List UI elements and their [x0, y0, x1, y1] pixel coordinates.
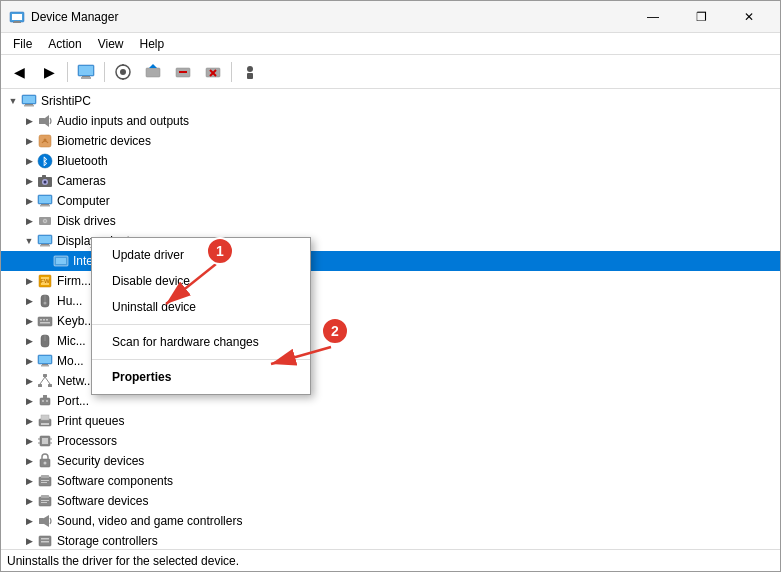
monitors-label: Mo... — [57, 354, 84, 368]
tree-item-computer[interactable]: ▶ Computer — [1, 191, 780, 211]
svg-rect-57 — [46, 319, 48, 321]
security-label: Security devices — [57, 454, 144, 468]
tree-item-disk[interactable]: ▶ Disk drives — [1, 211, 780, 231]
menu-view[interactable]: View — [90, 35, 132, 53]
keyboard-icon — [37, 313, 53, 329]
chevron-cameras: ▶ — [21, 173, 37, 189]
biometric-icon — [37, 133, 53, 149]
svg-rect-6 — [82, 76, 90, 77]
network-label: Netw... — [57, 374, 94, 388]
tree-item-software-devices[interactable]: ▶ Software devices — [1, 491, 780, 511]
gpu-icon — [53, 253, 69, 269]
tree-item-root[interactable]: ▼ SrishtiPC — [1, 91, 780, 111]
svg-rect-96 — [41, 538, 49, 540]
svg-rect-7 — [81, 77, 91, 79]
svg-rect-23 — [25, 104, 33, 105]
chevron-software-devices: ▶ — [21, 493, 37, 509]
menu-help[interactable]: Help — [132, 35, 173, 53]
svg-rect-2 — [14, 21, 20, 22]
ctx-disable-device[interactable]: Disable device — [92, 268, 310, 294]
menu-file[interactable]: File — [5, 35, 40, 53]
disable-device-button[interactable] — [169, 59, 197, 85]
svg-rect-65 — [43, 374, 47, 377]
tree-item-cameras[interactable]: ▶ Cameras — [1, 171, 780, 191]
tree-item-print[interactable]: ▶ Print queues — [1, 411, 780, 431]
chevron-intel — [37, 253, 53, 269]
maximize-button[interactable]: ❐ — [678, 1, 724, 33]
svg-rect-12 — [146, 68, 160, 77]
tree-item-sound[interactable]: ▶ Sound, video and game controllers — [1, 511, 780, 531]
chevron-keyboard: ▶ — [21, 313, 37, 329]
bluetooth-icon: ᛒ — [37, 153, 53, 169]
device-manager-window: Device Manager — ❐ ✕ File Action View He… — [0, 0, 781, 572]
tree-item-bluetooth[interactable]: ▶ ᛒ Bluetooth — [1, 151, 780, 171]
svg-rect-3 — [13, 22, 21, 23]
toolbar-separator-3 — [231, 62, 232, 82]
show-all-devices-button[interactable] — [72, 59, 100, 85]
svg-rect-89 — [39, 497, 51, 506]
back-button[interactable]: ◀ — [5, 59, 33, 85]
tree-item-software-components[interactable]: ▶ Software components — [1, 471, 780, 491]
print-label: Print queues — [57, 414, 124, 428]
window-title: Device Manager — [31, 10, 630, 24]
tree-item-processors[interactable]: ▶ Processors — [1, 431, 780, 451]
biometric-label: Biometric devices — [57, 134, 151, 148]
chevron-computer: ▶ — [21, 193, 37, 209]
context-menu: Update driver Disable device Uninstall d… — [91, 237, 311, 395]
menu-action[interactable]: Action — [40, 35, 89, 53]
cameras-label: Cameras — [57, 174, 106, 188]
tree-item-storage[interactable]: ▶ Storage controllers — [1, 531, 780, 549]
svg-point-84 — [44, 462, 47, 465]
tree-item-biometric[interactable]: ▶ Biometric devices — [1, 131, 780, 151]
properties-button[interactable] — [236, 59, 264, 85]
toolbar-separator-2 — [104, 62, 105, 82]
chevron-storage: ▶ — [21, 533, 37, 549]
content-area: ▼ SrishtiPC ▶ — [1, 89, 780, 549]
chevron-ports: ▶ — [21, 393, 37, 409]
forward-button[interactable]: ▶ — [35, 59, 63, 85]
svg-rect-90 — [41, 495, 49, 498]
computer-icon — [21, 93, 37, 109]
svg-text:FW: FW — [40, 278, 50, 284]
svg-marker-26 — [45, 115, 49, 127]
svg-rect-1 — [12, 14, 22, 20]
software-devices-icon — [37, 493, 53, 509]
ctx-update-driver[interactable]: Update driver — [92, 242, 310, 268]
mice-icon — [37, 333, 53, 349]
chevron-processors: ▶ — [21, 433, 37, 449]
chevron-disk: ▶ — [21, 213, 37, 229]
ctx-uninstall-device[interactable]: Uninstall device — [92, 294, 310, 320]
minimize-button[interactable]: — — [630, 1, 676, 33]
status-bar: Uninstalls the driver for the selected d… — [1, 549, 780, 571]
ports-label: Port... — [57, 394, 89, 408]
svg-point-53 — [44, 302, 47, 305]
ctx-scan-hardware[interactable]: Scan for hardware changes — [92, 329, 310, 355]
scan-button[interactable] — [109, 59, 137, 85]
svg-point-9 — [120, 69, 126, 75]
svg-rect-91 — [41, 500, 49, 501]
title-bar: Device Manager — ❐ ✕ — [1, 1, 780, 33]
svg-text:ᛒ: ᛒ — [42, 156, 48, 167]
firmware-label: Firm... — [57, 274, 91, 288]
ctx-properties[interactable]: Properties — [92, 364, 310, 390]
processor-icon — [37, 433, 53, 449]
svg-point-41 — [44, 220, 46, 222]
svg-rect-44 — [41, 244, 49, 245]
monitors-icon — [37, 353, 53, 369]
svg-rect-38 — [40, 205, 50, 207]
software-devices-label: Software devices — [57, 494, 148, 508]
chevron-hid: ▶ — [21, 293, 37, 309]
svg-rect-87 — [41, 480, 49, 481]
chevron-monitors: ▶ — [21, 353, 37, 369]
tree-item-audio[interactable]: ▶ Audio inputs and outputs — [1, 111, 780, 131]
svg-rect-64 — [41, 365, 49, 367]
uninstall-button[interactable] — [199, 59, 227, 85]
svg-rect-20 — [247, 73, 253, 79]
close-button[interactable]: ✕ — [726, 1, 772, 33]
svg-line-69 — [45, 377, 50, 384]
svg-point-71 — [42, 400, 44, 402]
svg-rect-75 — [41, 415, 49, 420]
tree-item-security[interactable]: ▶ Security devices — [1, 451, 780, 471]
bluetooth-label: Bluetooth — [57, 154, 108, 168]
update-driver-button[interactable] — [139, 59, 167, 85]
